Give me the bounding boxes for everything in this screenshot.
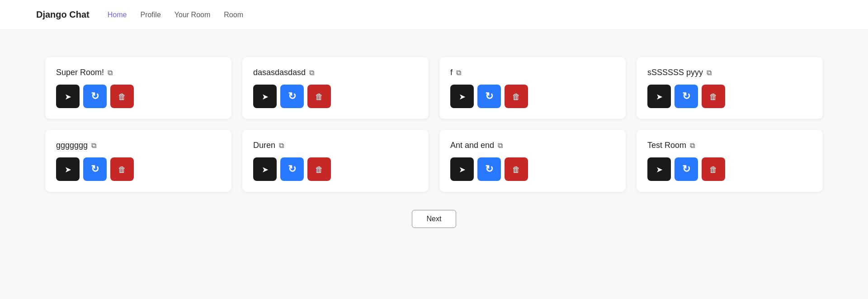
room-name-row: Duren⧉: [253, 141, 418, 150]
trash-icon: [709, 164, 717, 175]
room-name-row: Super Room!⧉: [56, 68, 221, 77]
room-actions: [647, 157, 812, 181]
room-name-row: ggggggg⧉: [56, 141, 221, 150]
pagination: Next: [45, 210, 823, 228]
refresh-icon: [682, 90, 690, 102]
copy-icon[interactable]: ⧉: [456, 69, 461, 77]
room-name-row: f⧉: [450, 68, 615, 77]
refresh-icon: [485, 163, 493, 175]
send-icon: [459, 91, 466, 102]
refresh-button[interactable]: [675, 85, 698, 108]
refresh-button[interactable]: [280, 85, 304, 108]
refresh-button[interactable]: [83, 85, 107, 108]
room-card-room-3: f⧉: [439, 57, 626, 119]
trash-icon: [315, 91, 323, 102]
room-name: Ant and end: [450, 141, 494, 150]
refresh-button[interactable]: [675, 157, 698, 181]
room-card-room-1: Super Room!⧉: [45, 57, 231, 119]
enter-button[interactable]: [56, 85, 80, 108]
room-name: f: [450, 68, 453, 77]
room-actions: [253, 157, 418, 181]
copy-icon[interactable]: ⧉: [108, 69, 113, 77]
refresh-icon: [485, 90, 493, 102]
room-actions: [647, 85, 812, 108]
nav-link-home[interactable]: Home: [108, 11, 127, 19]
nav-link-your-room[interactable]: Your Room: [175, 11, 210, 19]
copy-icon[interactable]: ⧉: [309, 69, 314, 77]
room-name: Super Room!: [56, 68, 104, 77]
send-icon: [656, 91, 663, 102]
enter-button[interactable]: [253, 157, 277, 181]
delete-button[interactable]: [110, 157, 134, 181]
room-actions: [450, 157, 615, 181]
room-card-room-8: Test Room⧉: [637, 130, 823, 192]
enter-button[interactable]: [450, 85, 474, 108]
send-icon: [65, 91, 71, 102]
room-card-room-4: sSSSSSS pyyy⧉: [637, 57, 823, 119]
room-name: Duren: [253, 141, 275, 150]
room-card-room-7: Ant and end⧉: [439, 130, 626, 192]
room-actions: [56, 157, 221, 181]
send-icon: [656, 164, 663, 175]
enter-button[interactable]: [647, 157, 671, 181]
refresh-icon: [91, 163, 99, 175]
copy-icon[interactable]: ⧉: [707, 69, 712, 77]
room-name-row: Test Room⧉: [647, 141, 812, 150]
trash-icon: [512, 164, 520, 175]
trash-icon: [315, 164, 323, 175]
room-card-room-2: dasasdasdasd⧉: [242, 57, 429, 119]
trash-icon: [118, 91, 126, 102]
enter-button[interactable]: [647, 85, 671, 108]
refresh-button[interactable]: [477, 85, 501, 108]
room-actions: [450, 85, 615, 108]
refresh-button[interactable]: [83, 157, 107, 181]
rooms-grid: Super Room!⧉dasasdasdasd⧉f⧉sSSSSSS pyyy⧉…: [45, 57, 823, 192]
room-card-room-6: Duren⧉: [242, 130, 429, 192]
trash-icon: [709, 91, 717, 102]
navbar: Django Chat HomeProfileYour RoomRoom: [0, 0, 868, 30]
room-actions: [253, 85, 418, 108]
delete-button[interactable]: [307, 157, 331, 181]
trash-icon: [118, 164, 126, 175]
delete-button[interactable]: [307, 85, 331, 108]
main-content: Super Room!⧉dasasdasdasd⧉f⧉sSSSSSS pyyy⧉…: [0, 30, 868, 246]
refresh-icon: [288, 163, 296, 175]
delete-button[interactable]: [702, 157, 725, 181]
copy-icon[interactable]: ⧉: [690, 142, 695, 150]
trash-icon: [512, 91, 520, 102]
enter-button[interactable]: [450, 157, 474, 181]
copy-icon[interactable]: ⧉: [91, 142, 96, 150]
delete-button[interactable]: [505, 85, 528, 108]
send-icon: [459, 164, 466, 175]
room-name-row: sSSSSSS pyyy⧉: [647, 68, 812, 77]
nav-link-profile[interactable]: Profile: [140, 11, 160, 19]
room-name-row: dasasdasdasd⧉: [253, 68, 418, 77]
delete-button[interactable]: [110, 85, 134, 108]
send-icon: [262, 164, 269, 175]
room-name: Test Room: [647, 141, 686, 150]
room-name: sSSSSSS pyyy: [647, 68, 703, 77]
nav-link-room[interactable]: Room: [224, 11, 243, 19]
room-card-room-5: ggggggg⧉: [45, 130, 231, 192]
copy-icon[interactable]: ⧉: [498, 142, 503, 150]
enter-button[interactable]: [253, 85, 277, 108]
enter-button[interactable]: [56, 157, 80, 181]
room-actions: [56, 85, 221, 108]
refresh-icon: [91, 90, 99, 102]
delete-button[interactable]: [505, 157, 528, 181]
send-icon: [262, 91, 269, 102]
brand-logo: Django Chat: [36, 9, 90, 20]
room-name: ggggggg: [56, 141, 88, 150]
refresh-button[interactable]: [280, 157, 304, 181]
room-name-row: Ant and end⧉: [450, 141, 615, 150]
next-button[interactable]: Next: [412, 210, 457, 228]
refresh-icon: [288, 90, 296, 102]
send-icon: [65, 164, 71, 175]
copy-icon[interactable]: ⧉: [279, 142, 284, 150]
refresh-button[interactable]: [477, 157, 501, 181]
refresh-icon: [682, 163, 690, 175]
room-name: dasasdasdasd: [253, 68, 306, 77]
delete-button[interactable]: [702, 85, 725, 108]
